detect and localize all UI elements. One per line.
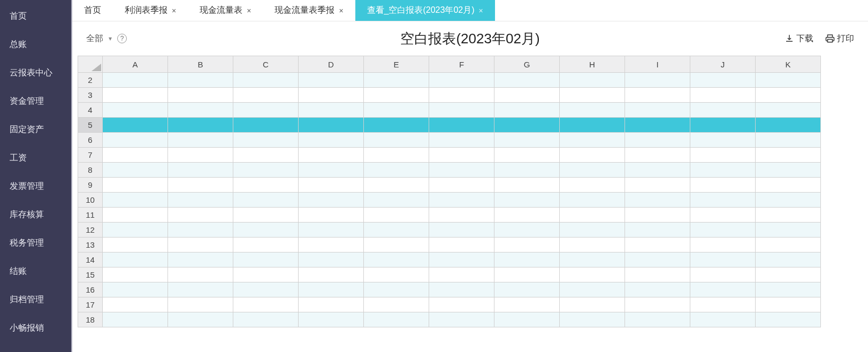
col-header-C[interactable]: C [233,56,299,73]
cell-K10[interactable] [756,193,821,208]
cell-E14[interactable] [364,252,429,267]
cell-D6[interactable] [299,133,364,148]
cell-C4[interactable] [233,103,299,118]
cell-B10[interactable] [168,193,233,208]
cell-I10[interactable] [625,193,690,208]
cell-C11[interactable] [233,208,299,223]
cell-J14[interactable] [690,252,756,267]
sidebar-item-5[interactable]: 工资 [0,144,71,172]
cell-D15[interactable] [299,267,364,282]
cell-J3[interactable] [690,88,756,103]
cell-I11[interactable] [625,208,690,223]
cell-H7[interactable] [560,148,625,163]
sidebar-item-8[interactable]: 税务管理 [0,229,71,257]
cell-D3[interactable] [299,88,364,103]
cell-D18[interactable] [299,312,364,327]
filter-dropdown[interactable]: 全部 ▾ ? [86,33,127,44]
cell-E6[interactable] [364,133,429,148]
cell-J4[interactable] [690,103,756,118]
cell-B12[interactable] [168,223,233,238]
cell-E11[interactable] [364,208,429,223]
cell-B18[interactable] [168,312,233,327]
cell-A4[interactable] [103,103,168,118]
close-icon[interactable]: × [172,6,176,15]
cell-F10[interactable] [429,193,494,208]
cell-B6[interactable] [168,133,233,148]
cell-F14[interactable] [429,252,494,267]
cell-G13[interactable] [494,238,560,252]
cell-A2[interactable] [103,73,168,88]
cell-E2[interactable] [364,73,429,88]
cell-H11[interactable] [560,208,625,223]
cell-D9[interactable] [299,178,364,193]
cell-J15[interactable] [690,267,756,282]
cell-A9[interactable] [103,178,168,193]
cell-B15[interactable] [168,267,233,282]
cell-A6[interactable] [103,133,168,148]
cell-H12[interactable] [560,223,625,238]
cell-C6[interactable] [233,133,299,148]
cell-F6[interactable] [429,133,494,148]
cell-A11[interactable] [103,208,168,223]
tab-3[interactable]: 现金流量表季报× [263,0,355,21]
cell-B16[interactable] [168,282,233,297]
cell-D14[interactable] [299,252,364,267]
cell-A8[interactable] [103,163,168,178]
cell-E5[interactable] [364,118,429,133]
close-icon[interactable]: × [479,6,483,15]
cell-J5[interactable] [690,118,756,133]
cell-E15[interactable] [364,267,429,282]
cell-I3[interactable] [625,88,690,103]
cell-J13[interactable] [690,238,756,252]
cell-J8[interactable] [690,163,756,178]
cell-H13[interactable] [560,238,625,252]
cell-B13[interactable] [168,238,233,252]
cell-B14[interactable] [168,252,233,267]
cell-H9[interactable] [560,178,625,193]
cell-C17[interactable] [233,297,299,312]
cell-C3[interactable] [233,88,299,103]
cell-G15[interactable] [494,267,560,282]
row-header-14[interactable]: 14 [78,252,103,267]
sidebar-item-0[interactable]: 首页 [0,2,71,30]
row-header-11[interactable]: 11 [78,208,103,223]
cell-A7[interactable] [103,148,168,163]
col-header-D[interactable]: D [299,56,364,73]
cell-K13[interactable] [756,238,821,252]
cell-C12[interactable] [233,223,299,238]
sidebar-item-2[interactable]: 云报表中心 [0,59,71,87]
cell-D16[interactable] [299,282,364,297]
print-button[interactable]: 打印 [825,33,854,44]
cell-J18[interactable] [690,312,756,327]
sidebar-item-6[interactable]: 发票管理 [0,172,71,201]
row-header-18[interactable]: 18 [78,312,103,327]
col-header-F[interactable]: F [429,56,494,73]
cell-H6[interactable] [560,133,625,148]
cell-C2[interactable] [233,73,299,88]
cell-A17[interactable] [103,297,168,312]
cell-D11[interactable] [299,208,364,223]
cell-E3[interactable] [364,88,429,103]
cell-H17[interactable] [560,297,625,312]
cell-H2[interactable] [560,73,625,88]
sidebar-item-11[interactable]: 小畅报销 [0,314,71,342]
col-header-K[interactable]: K [756,56,821,73]
cell-F17[interactable] [429,297,494,312]
col-header-B[interactable]: B [168,56,233,73]
cell-F8[interactable] [429,163,494,178]
col-header-I[interactable]: I [625,56,690,73]
col-header-A[interactable]: A [103,56,168,73]
cell-B11[interactable] [168,208,233,223]
cell-C14[interactable] [233,252,299,267]
select-all-corner[interactable] [78,56,103,73]
cell-I18[interactable] [625,312,690,327]
cell-F9[interactable] [429,178,494,193]
cell-E10[interactable] [364,193,429,208]
cell-D10[interactable] [299,193,364,208]
cell-J10[interactable] [690,193,756,208]
cell-K5[interactable] [756,118,821,133]
cell-F15[interactable] [429,267,494,282]
cell-I14[interactable] [625,252,690,267]
sidebar-item-9[interactable]: 结账 [0,257,71,286]
cell-G10[interactable] [494,193,560,208]
